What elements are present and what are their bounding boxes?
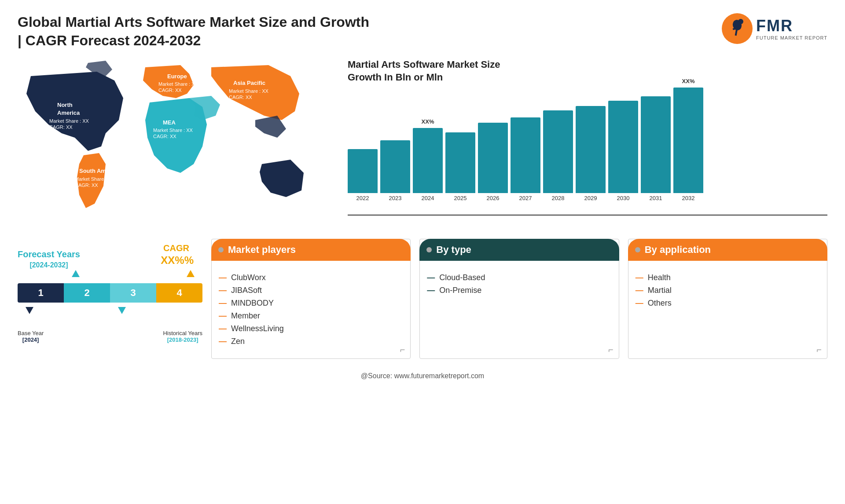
bar-2025 (445, 132, 475, 193)
bar-2029 (576, 106, 606, 193)
bar-year-label-2031: 2031 (650, 195, 662, 201)
bar-2028 (543, 110, 573, 193)
by-type-list: Cloud-BasedOn-Premise (420, 268, 618, 300)
historical-arrow-down (118, 307, 126, 314)
chart-title: Martial Arts Software Market Size Growth… (348, 58, 502, 84)
timeline-segment-4: 4 (156, 283, 202, 303)
timeline-bar: 1 2 3 4 (18, 283, 202, 303)
market-players-card: Market players ClubWorxJIBASoftMINDBODYM… (211, 239, 411, 359)
by-type-title: By type (436, 244, 471, 256)
svg-text:Market Share : XX: Market Share : XX (153, 128, 193, 133)
by-type-item: Cloud-Based (427, 271, 611, 284)
bar-year-label-2025: 2025 (454, 195, 467, 201)
by-application-dot (635, 247, 640, 252)
market-player-item: WellnessLiving (219, 322, 403, 335)
by-type-dot (426, 247, 432, 252)
base-year-arrow-down (26, 307, 33, 314)
bar-group-2028: 2028 (543, 110, 573, 201)
world-map: North America Market Share : XX CAGR: XX… (18, 58, 317, 226)
bar-group-2030: 2030 (608, 101, 638, 201)
header: Global Martial Arts Software Market Size… (18, 13, 827, 50)
bar-group-2032: XX%2032 (673, 88, 703, 201)
bottom-section: Forecast Years [2024-2032] CAGR XX%% (18, 239, 827, 380)
bracket-bottom-app: ⌐ (816, 345, 822, 355)
by-type-item: On-Premise (427, 284, 611, 297)
chart-section: Martial Arts Software Market Size Growth… (334, 58, 827, 226)
bar-2031 (641, 96, 671, 193)
svg-text:CAGR: XX: CAGR: XX (49, 124, 73, 130)
bar-year-label-2023: 2023 (389, 195, 402, 201)
by-type-header: By type (419, 239, 619, 261)
by-application-title: By application (645, 244, 711, 256)
bracket-bottom: ⌐ (400, 345, 405, 355)
logo-subtitle: FUTURE MARKET REPORT (756, 35, 827, 40)
timeline-segment-1: 1 (18, 283, 64, 303)
bar-group-2025: 2025 (445, 132, 475, 201)
forecast-label: Forecast Years (18, 249, 80, 259)
cagr-arrow-up (187, 270, 195, 277)
market-players-header: Market players (211, 239, 411, 261)
bar-2023 (380, 140, 410, 193)
bar-year-label-2028: 2028 (552, 195, 565, 201)
svg-text:Market Share : XX: Market Share : XX (49, 118, 89, 124)
bar-year-label-2032: 2032 (682, 195, 695, 201)
timeline-labels: Base Year [2024] Historical Years [2018-… (18, 330, 202, 343)
cagr-label: CAGR (163, 243, 198, 253)
by-application-list: HealthMartialOthers (628, 268, 827, 313)
by-application-header: By application (628, 239, 827, 261)
bar-2027 (511, 117, 540, 193)
europe-label: Europe (167, 73, 187, 80)
logo: FMR FUTURE MARKET REPORT (722, 13, 827, 44)
svg-text:CAGR: XX: CAGR: XX (229, 95, 252, 100)
source: @Source: www.futuremarketreport.com (18, 372, 827, 380)
forecast-years: [2024-2032] (29, 261, 68, 269)
market-player-item: Zen (219, 335, 403, 348)
bar-year-label-2027: 2027 (519, 195, 532, 201)
bar-2022 (348, 149, 378, 193)
by-application-card: By application HealthMartialOthers ⌐ (628, 239, 827, 359)
cagr-col: CAGR XX%% (161, 243, 202, 270)
timeline-segment-2: 2 (64, 283, 110, 303)
market-player-item: Member (219, 310, 403, 322)
svg-text:CAGR: XX: CAGR: XX (75, 183, 98, 188)
bar-2030 (608, 101, 638, 193)
bar-year-label-2022: 2022 (356, 195, 369, 201)
by-application-item: Health (636, 271, 820, 284)
bar-annotation-2024: XX% (422, 118, 434, 125)
svg-text:Market Share : XX: Market Share : XX (229, 88, 269, 94)
svg-text:Market Share : XX: Market Share : XX (75, 176, 115, 182)
timeline-segment-3: 3 (110, 283, 156, 303)
by-type-card: By type Cloud-BasedOn-Premise ⌐ (419, 239, 619, 359)
logo-text: FMR FUTURE MARKET REPORT (756, 17, 827, 40)
by-application-item: Others (636, 297, 820, 310)
svg-text:CAGR: XX: CAGR: XX (153, 134, 176, 139)
top-arrows (18, 270, 202, 279)
svg-point-2 (738, 19, 743, 24)
market-player-item: JIBASoft (219, 284, 403, 297)
bar-chart: 20222023XX%20242025202620272028202920302… (348, 92, 827, 215)
bar-year-label-2029: 2029 (584, 195, 597, 201)
market-players-title: Market players (228, 244, 296, 256)
market-players-list: ClubWorxJIBASoftMINDBODYMemberWellnessLi… (212, 268, 410, 351)
bar-group-2023: 2023 (380, 140, 410, 201)
by-application-item: Martial (636, 284, 820, 297)
logo-fmr: FMR (756, 17, 793, 35)
bottom-arrows (18, 307, 202, 318)
logo-svg (724, 15, 750, 42)
bar-year-label-2030: 2030 (617, 195, 630, 201)
market-player-item: ClubWorx (219, 271, 403, 284)
forecast-arrow-up (72, 270, 80, 277)
bar-group-2029: 2029 (576, 106, 606, 201)
forecast-col: Forecast Years [2024-2032] (18, 249, 80, 270)
timeline-section: Forecast Years [2024-2032] CAGR XX%% (18, 239, 202, 359)
logo-icon (722, 13, 753, 44)
page: Global Martial Arts Software Market Size… (0, 0, 845, 504)
market-players-dot (218, 247, 224, 252)
bar-group-2024: XX%2024 (413, 128, 443, 201)
bar-group-2031: 2031 (641, 96, 671, 201)
mea-label: MEA (163, 119, 176, 126)
cagr-value: XX%% (161, 254, 198, 267)
asia-pacific-label: Asia Pacific (233, 80, 265, 86)
bracket-bottom-type: ⌐ (608, 345, 614, 355)
forecast-row: Forecast Years [2024-2032] CAGR XX%% (18, 243, 202, 270)
